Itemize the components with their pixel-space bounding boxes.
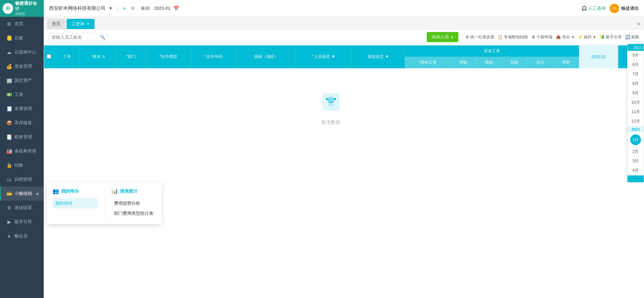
report-icon: ☁ (6, 49, 12, 55)
tax-report-btn[interactable]: 🖥 个税申报 (531, 34, 553, 40)
user-info[interactable]: CE 畅捷通组 (610, 4, 639, 13)
month-item-12[interactable]: 12月 (628, 117, 644, 126)
month-item-8[interactable]: 8月 (628, 79, 644, 89)
home-icon: ⊞ (6, 21, 12, 27)
sidebar-item-invoice[interactable]: 🧾 发票管理 (0, 102, 44, 116)
month-item-9[interactable]: 9月 (628, 89, 644, 98)
month-item-5[interactable]: 5月 (628, 51, 644, 60)
export-icon: 📤 (556, 35, 561, 39)
month-nav-down[interactable]: ▼ (633, 176, 638, 181)
logo-sub: 旗舰版 (15, 11, 41, 16)
sidebar-item-assets[interactable]: 🏢 固定资产 (0, 73, 44, 88)
popup-item-dept-stat[interactable]: 部门费用类型统计表 (111, 208, 156, 219)
sidebar-item-member[interactable]: ♦ 畅会员 (0, 229, 44, 243)
sidebar-label-basic: 基础设置 (14, 205, 32, 211)
refresh-icon: 🔄 (625, 35, 630, 39)
month-item-4[interactable]: 4月 (628, 166, 644, 175)
guide-btn[interactable]: 🔰 新手引导 (600, 34, 622, 40)
month-item-3[interactable]: 3月 (628, 157, 644, 166)
salary-table: 工号 *姓名 ⇅ *部门 *证件类型 *证件号码 国籍（地区） *人员状态 ▼ … (44, 45, 644, 146)
search-input[interactable] (51, 35, 99, 40)
th-no: 工号 (54, 45, 80, 68)
sidebar-item-inventory[interactable]: 📦 库存核算 (0, 116, 44, 130)
company-name[interactable]: 西安虾米网络科技有限公司 (49, 5, 106, 11)
empty-text: 暂无数据 (321, 120, 340, 126)
month-panel: ▲ 2023.01 5月 6月 7月 8月 9月 10月 11月 12月 202… (627, 44, 644, 183)
month-item-6[interactable]: 6月 (628, 60, 644, 70)
sidebar-label-report: 云报表中心 (14, 49, 36, 55)
deduction-btn[interactable]: 📋 专项附加扣除 (498, 34, 528, 40)
logo-text: 畅捷通好会计 (15, 1, 41, 11)
close-ledger-icon: 🔒 (6, 163, 12, 168)
add-person-button[interactable]: 添加人员 ▼ (427, 32, 458, 42)
sidebar-item-newguide[interactable]: ▶ 新手引导 (0, 215, 44, 229)
month-year-label: 2023 (628, 126, 644, 132)
deduction-label: 专项附加扣除 (504, 34, 528, 40)
invoice-icon: 🧾 (6, 106, 12, 111)
operation-btn[interactable]: ⚡ 操作 ▼ (578, 34, 596, 40)
select-all-checkbox[interactable] (47, 54, 51, 59)
calendar-icon[interactable]: 📅 (174, 6, 179, 11)
th-allowance: 津贴 (450, 57, 476, 68)
sidebar-label-invoice: 发票管理 (14, 106, 32, 112)
sidebar-label-member: 畅会员 (14, 233, 28, 239)
sidebar-item-tax[interactable]: 📑 税务管理 (0, 130, 44, 144)
popup-item-pending[interactable]: 我的待办 (52, 198, 98, 208)
archive-icon: 🗂 (6, 177, 12, 182)
search-icon[interactable]: 🔍 (100, 35, 105, 40)
ledger-icon: 📒 (6, 35, 12, 41)
sidebar-item-fund[interactable]: 💰 资金管理 (0, 59, 44, 73)
sidebar-label-close: 结账 (14, 162, 23, 168)
svg-rect-4 (334, 98, 336, 100)
empty-icon (317, 89, 344, 115)
sidebar-item-multi[interactable]: 🏭 多机构管理 (0, 144, 44, 158)
period-value[interactable]: 2023-01 (154, 6, 171, 11)
social-insurance-btn[interactable]: ⚙ 统一社保设置 (465, 34, 494, 40)
th-total: 合计 (528, 57, 553, 68)
tab-close-icon[interactable]: ✕ (86, 22, 90, 26)
refresh-btn[interactable]: 🔄 刷新 (625, 34, 639, 40)
add-company-icon[interactable]: + (123, 5, 126, 11)
sidebar-item-salary[interactable]: 💵 工资 (0, 88, 44, 102)
sidebar-item-expense[interactable]: 💳 小畅报销 ◀ (0, 187, 44, 201)
popup-divider (104, 188, 105, 219)
sidebar-label-ledger: 总账 (14, 35, 23, 41)
month-item-11[interactable]: 11月 (628, 107, 644, 117)
tab-home[interactable]: 首页 (47, 19, 65, 29)
sidebar-label-fund: 资金管理 (14, 63, 32, 69)
sidebar-item-report[interactable]: ☁ 云报表中心 (0, 45, 44, 59)
month-item-2[interactable]: 2月 (628, 147, 644, 157)
close-all-icon[interactable]: ✕ (637, 22, 641, 27)
deduction-icon: 📋 (498, 35, 503, 39)
fund-icon: 💰 (6, 64, 12, 69)
sidebar-item-close[interactable]: 🔒 结账 (0, 158, 44, 172)
sidebar-item-home[interactable]: ⊞ 首页 (0, 17, 44, 31)
sidebar-label-expense: 小畅报销 (14, 191, 32, 197)
basic-icon: ⚙ (6, 205, 12, 210)
month-item-7[interactable]: 7月 (628, 70, 644, 79)
month-item-10[interactable]: 10月 (628, 98, 644, 107)
export-btn[interactable]: 📤 导出 ▼ (556, 34, 574, 40)
popup-item-dept-stat-label: 部门费用类型统计表 (114, 211, 153, 216)
th-deduction: 扣款 (502, 57, 527, 68)
tax-icon: 📑 (6, 134, 12, 140)
logo-icon: 好 (3, 3, 13, 14)
operation-chevron-icon: ▼ (593, 35, 596, 39)
company-dropdown-icon[interactable]: ▼ (109, 6, 112, 10)
sidebar-item-archive[interactable]: 🗂 归档管理 (0, 172, 44, 187)
active-month-row: 1月 (628, 132, 644, 147)
th-checkbox[interactable] (44, 45, 54, 68)
month-item-1-active[interactable]: 1月 (630, 134, 641, 145)
sidebar-item-basic[interactable]: ⚙ 基础设置 (0, 201, 44, 215)
table-container: 工号 *姓名 ⇅ *部门 *证件类型 *证件号码 国籍（地区） *人员状态 ▼ … (44, 45, 644, 298)
operation-icon: ⚡ (578, 35, 583, 39)
social-icon: ⚙ (465, 35, 469, 39)
popup-title-1-label: 我的待办 (61, 188, 79, 194)
sidebar-item-ledger[interactable]: 📒 总账 (0, 31, 44, 45)
service-btn[interactable]: 🎧 人工咨询 (581, 5, 606, 11)
settings-icon[interactable]: ⚙ (131, 6, 135, 11)
popup-item-trend[interactable]: 费用趋势分析 (111, 198, 156, 208)
month-nav-up[interactable]: ▲ (629, 45, 634, 50)
period-label: 账期 (141, 5, 150, 11)
tab-salary[interactable]: 工资表 ✕ (67, 19, 94, 29)
